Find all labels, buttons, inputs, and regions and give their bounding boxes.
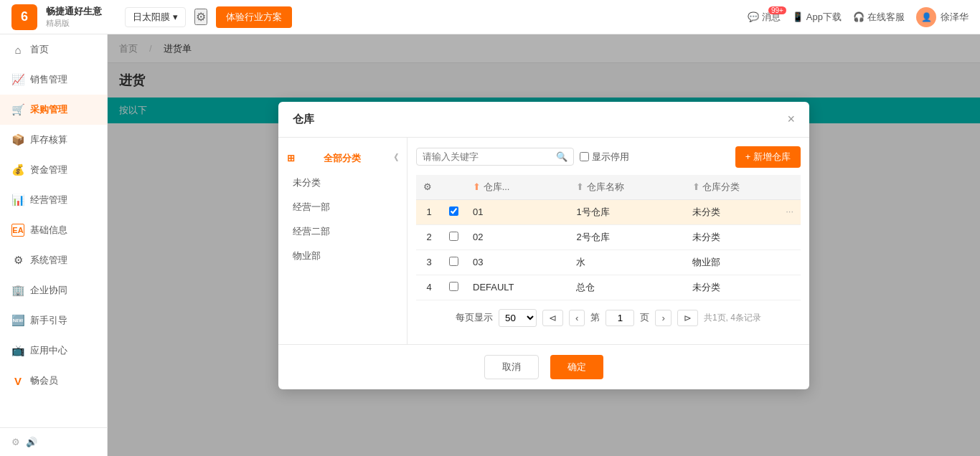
app-center-icon: 📺 <box>11 344 24 357</box>
sidebar-label-operations: 经营管理 <box>30 194 67 206</box>
table-row[interactable]: 3 03 水 物业部 <box>416 250 801 275</box>
page-number-input[interactable] <box>606 310 634 326</box>
row-code: 03 <box>466 250 569 275</box>
top-header: 6 畅捷通好生意 精易版 日太阳膜 ▾ ⚙ 体验行业方案 💬 消息 99+ 📱 … <box>0 0 980 34</box>
confirm-button[interactable]: 确定 <box>550 355 603 379</box>
sort-icon: ⬆ <box>473 181 481 192</box>
row-category: 物业部 <box>685 250 801 275</box>
add-warehouse-button[interactable]: + 新增仓库 <box>735 146 801 168</box>
grid-icon: ⊞ <box>287 153 295 163</box>
layout: ⌂ 首页 📈 销售管理 🛒 采购管理 📦 库存核算 💰 资金管理 📊 经营管理 … <box>0 34 980 456</box>
row-checkbox[interactable] <box>449 257 458 266</box>
operations-icon: 📊 <box>11 194 24 206</box>
member-icon: V <box>11 374 24 387</box>
close-button[interactable]: × <box>787 112 795 127</box>
store-selector[interactable]: 日太阳膜 ▾ <box>125 7 186 27</box>
category-property[interactable]: 物业部 <box>278 244 407 268</box>
sidebar-item-purchase[interactable]: 🛒 采购管理 <box>0 95 107 125</box>
next-page-button[interactable]: › <box>655 310 671 326</box>
first-page-button[interactable]: ⊲ <box>542 310 563 326</box>
sidebar-label-sales: 销售管理 <box>30 73 67 86</box>
basic-info-icon: EA <box>11 224 24 237</box>
sidebar-item-basic-info[interactable]: EA 基础信息 <box>0 215 107 245</box>
row-checkbox[interactable] <box>449 282 458 291</box>
message-button[interactable]: 💬 消息 99+ <box>748 11 781 24</box>
customer-service-button[interactable]: 🎧 在线客服 <box>853 11 905 24</box>
sidebar-item-member[interactable]: V 畅会员 <box>0 366 107 396</box>
sidebar-item-finance[interactable]: 💰 资金管理 <box>0 155 107 185</box>
app-download-button[interactable]: 📱 App下载 <box>792 11 842 24</box>
show-disabled-checkbox[interactable]: 显示停用 <box>580 151 629 163</box>
search-input[interactable] <box>423 151 556 162</box>
table-row[interactable]: 4 DEFAULT 总仓 未分类 <box>416 275 801 300</box>
row-name: 2号仓库 <box>569 224 684 250</box>
category-ops1[interactable]: 经营一部 <box>278 195 407 219</box>
row-checkbox-cell <box>442 199 466 224</box>
sidebar-item-guide[interactable]: 🆕 新手引导 <box>0 305 107 336</box>
category-ops2[interactable]: 经营二部 <box>278 219 407 244</box>
last-page-button[interactable]: ⊳ <box>677 310 698 326</box>
row-checkbox[interactable] <box>449 206 458 216</box>
all-category-label: 全部分类 <box>324 152 361 165</box>
sidebar-item-operations[interactable]: 📊 经营管理 <box>0 185 107 215</box>
all-category-button[interactable]: ⊞ 全部分类 《 <box>278 146 407 171</box>
th-checkbox <box>442 175 466 200</box>
pagination: 每页显示 50 100 200 ⊲ ‹ 第 页 › <box>416 300 801 336</box>
volume-icon[interactable]: 🔊 <box>26 437 37 447</box>
table-row[interactable]: 1 01 1号仓库 未分类··· <box>416 199 801 224</box>
guide-icon: 🆕 <box>11 314 24 327</box>
row-number: 1 <box>416 199 442 224</box>
brand-sub: 精易版 <box>46 18 102 28</box>
th-code: ⬆ 仓库... <box>466 175 569 200</box>
prev-page-button[interactable]: ‹ <box>569 310 585 326</box>
home-icon: ⌂ <box>11 43 24 56</box>
table-row[interactable]: 2 02 2号仓库 未分类 <box>416 224 801 250</box>
per-page-label: 每页显示 <box>456 311 493 324</box>
sort-icon3: ⬆ <box>692 181 700 192</box>
cancel-button[interactable]: 取消 <box>484 355 539 379</box>
row-category: 未分类 <box>685 275 801 300</box>
warehouse-table: ⚙ ⬆ 仓库... ⬆ 仓库名称 <box>416 175 801 300</box>
trial-button[interactable]: 体验行业方案 <box>216 6 292 28</box>
row-code: DEFAULT <box>466 275 569 300</box>
per-page-select[interactable]: 50 100 200 <box>499 309 537 327</box>
message-badge: 99+ <box>768 6 786 14</box>
user-name: 徐泽华 <box>941 11 969 24</box>
sidebar: ⌂ 首页 📈 销售管理 🛒 采购管理 📦 库存核算 💰 资金管理 📊 经营管理 … <box>0 34 108 456</box>
sales-icon: 📈 <box>11 73 24 86</box>
total-label: 共1页, 4条记录 <box>704 312 761 324</box>
row-number: 2 <box>416 224 442 250</box>
sidebar-item-app[interactable]: 📺 应用中心 <box>0 336 107 366</box>
collapse-icon[interactable]: 《 <box>390 152 398 164</box>
sidebar-item-sales[interactable]: 📈 销售管理 <box>0 65 107 95</box>
row-checkbox[interactable] <box>449 232 458 241</box>
dialog-body: ⊞ 全部分类 《 未分类 经营一部 经营二部 <box>278 138 809 344</box>
row-checkbox-cell <box>442 250 466 275</box>
disabled-checkbox[interactable] <box>580 152 589 161</box>
avatar: 👤 <box>916 7 936 27</box>
th-category: ⬆ 仓库分类 <box>685 175 801 200</box>
sort-icon2: ⬆ <box>576 181 584 192</box>
sidebar-label-inventory: 库存核算 <box>30 133 67 146</box>
row-name: 总仓 <box>569 275 684 300</box>
table-toolbar: 🔍 显示停用 + 新增仓库 <box>416 146 801 168</box>
category-unclassified[interactable]: 未分类 <box>278 171 407 195</box>
row-code: 02 <box>466 224 569 250</box>
finance-icon: 💰 <box>11 163 24 176</box>
dialog-title: 仓库 <box>293 113 314 126</box>
sidebar-item-inventory[interactable]: 📦 库存核算 <box>0 125 107 155</box>
sidebar-item-system[interactable]: ⚙ 系统管理 <box>0 245 107 275</box>
gear-button[interactable]: ⚙ <box>194 9 207 25</box>
sidebar-label-system: 系统管理 <box>30 254 67 267</box>
sidebar-item-home[interactable]: ⌂ 首页 <box>0 34 107 65</box>
message-icon: 💬 <box>748 11 759 22</box>
sidebar-label-app: 应用中心 <box>30 344 67 357</box>
system-icon: ⚙ <box>11 254 24 267</box>
sidebar-item-enterprise[interactable]: 🏢 企业协同 <box>0 275 107 305</box>
settings-bottom-icon[interactable]: ⚙ <box>11 437 20 447</box>
row-category: 未分类··· <box>685 199 801 224</box>
page-label: 第 <box>590 311 600 324</box>
user-menu[interactable]: 👤 徐泽华 <box>916 7 969 27</box>
header-right: 💬 消息 99+ 📱 App下载 🎧 在线客服 👤 徐泽华 <box>748 7 969 27</box>
sidebar-label-basic-info: 基础信息 <box>30 224 67 237</box>
